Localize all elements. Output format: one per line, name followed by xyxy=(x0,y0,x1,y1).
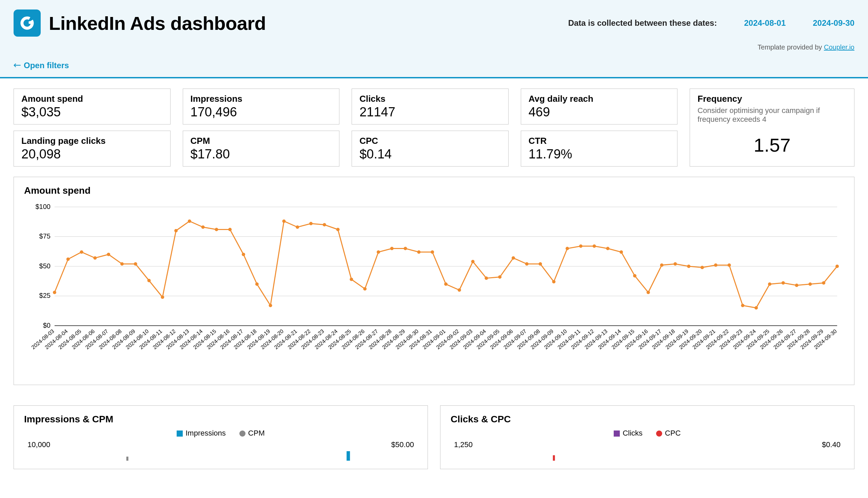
open-filters-button[interactable]: Open filters xyxy=(14,61,69,70)
svg-point-11 xyxy=(53,291,56,294)
mini-chart-body xyxy=(451,449,844,461)
title-row: LinkedIn Ads dashboard Data is collected… xyxy=(14,10,854,37)
clicks-cpc-panel: Clicks & CPC Clicks CPC 1,250 $0.40 xyxy=(440,405,854,469)
svg-point-14 xyxy=(93,257,97,260)
kpi-label: Amount spend xyxy=(21,94,163,104)
kpi-value: $3,035 xyxy=(21,105,163,119)
spend-chart-panel: Amount spend $0$25$50$75$1002024-08-0320… xyxy=(14,177,854,385)
svg-point-64 xyxy=(768,283,771,286)
svg-point-26 xyxy=(255,283,259,286)
kpi-clicks: Clicks 21147 xyxy=(351,89,509,124)
svg-point-48 xyxy=(552,280,556,284)
circle-icon xyxy=(656,431,662,436)
kpi-label: Avg daily reach xyxy=(529,94,670,104)
svg-point-29 xyxy=(296,226,299,229)
svg-point-44 xyxy=(498,275,502,279)
right-axis-tick: $50.00 xyxy=(391,440,414,449)
svg-point-19 xyxy=(161,296,164,299)
svg-point-53 xyxy=(619,250,623,254)
svg-point-18 xyxy=(147,279,150,282)
kpi-value: $0.14 xyxy=(359,147,501,161)
svg-point-54 xyxy=(633,274,637,277)
svg-point-61 xyxy=(727,264,731,267)
date-range-label: Data is collected between these dates: xyxy=(568,18,717,28)
mini-chart-body xyxy=(24,449,417,461)
svg-point-45 xyxy=(512,257,515,260)
svg-point-58 xyxy=(687,265,690,268)
svg-rect-0 xyxy=(28,21,31,24)
svg-point-23 xyxy=(215,228,218,231)
legend-label: Clicks xyxy=(623,429,642,437)
svg-point-27 xyxy=(269,304,272,307)
svg-point-35 xyxy=(377,250,380,254)
kpi-label: Frequency xyxy=(697,94,847,104)
template-credit-prefix: Template provided by xyxy=(758,43,824,51)
kpi-label: CPC xyxy=(359,136,501,146)
left-axis-tick: 1,250 xyxy=(454,440,473,449)
svg-point-32 xyxy=(336,228,340,231)
svg-point-43 xyxy=(484,276,488,280)
legend-item-impressions: Impressions xyxy=(177,429,226,437)
date-range: Data is collected between these dates: 2… xyxy=(568,18,854,28)
svg-point-16 xyxy=(120,262,124,266)
svg-point-17 xyxy=(134,262,137,266)
svg-point-46 xyxy=(525,262,529,266)
svg-point-12 xyxy=(66,258,70,261)
right-axis-tick: $0.40 xyxy=(822,440,841,449)
svg-rect-131 xyxy=(553,455,555,461)
square-icon xyxy=(614,431,620,436)
svg-point-63 xyxy=(755,306,758,310)
svg-point-37 xyxy=(404,247,407,250)
svg-point-15 xyxy=(107,253,110,256)
spend-chart: $0$25$50$75$1002024-08-032024-08-042024-… xyxy=(24,200,844,377)
svg-point-59 xyxy=(700,266,704,270)
svg-point-38 xyxy=(417,250,420,254)
svg-point-36 xyxy=(390,247,393,250)
date-end: 2024-09-30 xyxy=(813,18,854,28)
axis-row: 10,000 $50.00 xyxy=(24,440,417,449)
mini-chart-svg xyxy=(451,449,844,461)
title-left: LinkedIn Ads dashboard xyxy=(14,10,266,37)
svg-point-56 xyxy=(660,264,664,267)
svg-point-39 xyxy=(431,250,434,254)
kpi-landing-clicks: Landing page clicks 20,098 xyxy=(14,131,171,167)
kpi-frequency: Frequency Consider optimising your campa… xyxy=(690,89,854,167)
template-credit: Template provided by Coupler.io xyxy=(14,43,854,51)
kpi-label: Landing page clicks xyxy=(21,136,163,146)
date-start: 2024-08-01 xyxy=(744,18,786,28)
svg-point-50 xyxy=(579,245,583,248)
svg-point-41 xyxy=(458,288,461,292)
kpi-label: Impressions xyxy=(190,94,332,104)
svg-text:$0: $0 xyxy=(43,322,51,329)
kpi-subtext: Consider optimising your campaign if fre… xyxy=(697,106,847,124)
svg-text:$25: $25 xyxy=(39,292,51,299)
svg-text:$75: $75 xyxy=(39,232,51,240)
svg-point-22 xyxy=(201,226,205,229)
legend-item-clicks: Clicks xyxy=(614,429,642,437)
left-axis-tick: 10,000 xyxy=(27,440,50,449)
legend-label: CPM xyxy=(248,429,265,437)
header: LinkedIn Ads dashboard Data is collected… xyxy=(0,0,868,78)
legend-item-cpm: CPM xyxy=(239,429,265,437)
svg-point-66 xyxy=(795,284,799,287)
svg-point-28 xyxy=(282,220,285,223)
kpi-label: Clicks xyxy=(359,94,501,104)
svg-text:$50: $50 xyxy=(39,262,51,270)
svg-point-69 xyxy=(836,265,839,268)
svg-point-47 xyxy=(539,262,542,266)
coupler-logo-icon xyxy=(14,10,41,37)
svg-point-49 xyxy=(565,247,569,250)
kpi-value: 170,496 xyxy=(190,105,332,119)
kpi-cpc: CPC $0.14 xyxy=(351,131,509,167)
page-title: LinkedIn Ads dashboard xyxy=(49,12,266,34)
svg-point-13 xyxy=(80,250,83,254)
kpi-impressions: Impressions 170,496 xyxy=(183,89,340,124)
svg-point-42 xyxy=(471,260,475,263)
kpi-amount-spend: Amount spend $3,035 xyxy=(14,89,171,124)
spend-chart-svg: $0$25$50$75$1002024-08-032024-08-042024-… xyxy=(24,200,844,377)
legend-label: CPC xyxy=(665,429,681,437)
kpi-label: CTR xyxy=(529,136,670,146)
kpi-label: CPM xyxy=(190,136,332,146)
svg-text:$100: $100 xyxy=(35,203,50,210)
coupler-link[interactable]: Coupler.io xyxy=(824,43,854,51)
